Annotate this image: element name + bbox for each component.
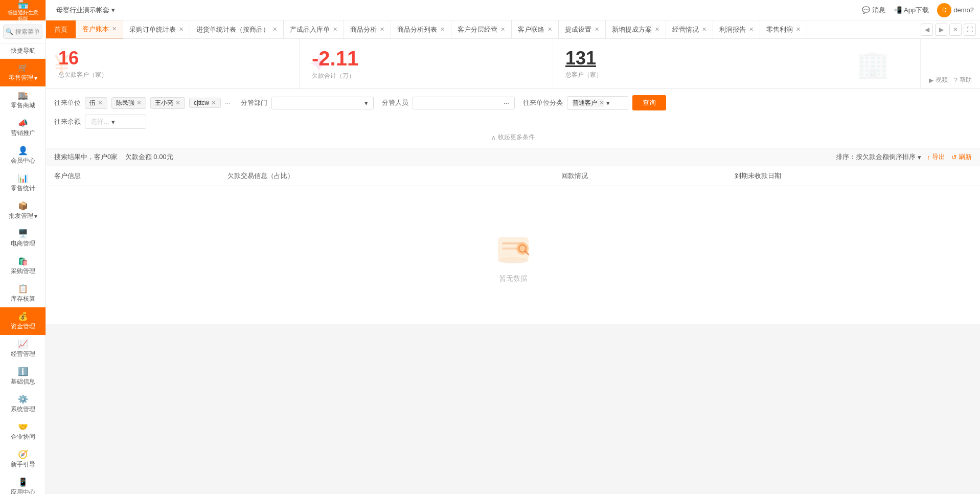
video-help-video[interactable]: ▶ 视频 — [929, 76, 948, 84]
logo-icon: 🏪 — [17, 0, 29, 10]
close-tab-1[interactable]: ✕ — [179, 26, 184, 33]
sidebar-item-guide[interactable]: 🧭 新手引导 — [0, 445, 45, 473]
close-tab-10[interactable]: ✕ — [702, 26, 706, 33]
close-tab-7[interactable]: ✕ — [548, 26, 552, 33]
sidebar-item-member[interactable]: 👤 会员中心 — [0, 142, 45, 169]
nav-tabs: 首页 客户账本 ✕ 采购订单统计表 ✕ 进货单统计表（按商品） ✕ 产成品入库单… — [46, 20, 980, 39]
close-tab-4[interactable]: ✕ — [380, 26, 384, 33]
query-button[interactable]: 查询 — [632, 95, 666, 110]
close-tab-6[interactable]: ✕ — [500, 26, 505, 33]
wholesale-icon: 📦 — [18, 201, 28, 211]
tab-customer-ledger[interactable]: 客户账本 ✕ — [76, 20, 123, 39]
sidebar-item-app-center[interactable]: 📱 应用中心 — [0, 473, 45, 494]
tab-product-analysis[interactable]: 商品分析 ✕ — [344, 20, 391, 39]
sidebar-item-operations[interactable]: 📈 经营管理 — [0, 335, 45, 363]
stat3-value: 131 — [565, 48, 596, 69]
next-tab-button[interactable]: ▶ — [935, 24, 947, 36]
col-overdue-date: 到期未收款日期 — [726, 166, 980, 186]
tab-profit-report[interactable]: 利润报告 ✕ — [713, 20, 760, 39]
purchase-icon: 🛍️ — [18, 256, 28, 266]
close-tab-9[interactable]: ✕ — [655, 26, 659, 33]
close-tab-12[interactable]: ✕ — [796, 26, 801, 33]
sidebar-item-system[interactable]: ⚙️ 系统管理 — [0, 390, 45, 418]
tab-commission-settings[interactable]: 提成设置 ✕ — [559, 20, 606, 39]
tab-operations[interactable]: 经营情况 ✕ — [666, 20, 713, 39]
remove-tag-3[interactable]: ✕ — [175, 99, 180, 106]
sidebar-item-capital[interactable]: 💰 资金管理 — [0, 307, 45, 335]
unit-type-label: 往来单位分类 — [523, 98, 563, 107]
close-tab-2[interactable]: ✕ — [272, 26, 277, 33]
sidebar-item-retail-mgmt[interactable]: 🛒 零售管理 ▾ — [0, 59, 45, 86]
tab-retail-profit[interactable]: 零售利润 ✕ — [760, 20, 807, 39]
tab-product-entry[interactable]: 产成品入库单 ✕ — [284, 20, 344, 39]
balance-label: 往来余额 — [54, 117, 81, 126]
fullscreen-button[interactable]: ⛶ — [964, 24, 976, 36]
tab-customer-tier[interactable]: 客户分层经营 ✕ — [451, 20, 512, 39]
chevron-down-icon-balance: ▾ — [111, 118, 115, 126]
inventory-icon: 📋 — [18, 284, 28, 294]
tab-purchase-stats-by-product[interactable]: 进货单统计表（按商品） ✕ — [190, 20, 284, 39]
remove-unit-type[interactable]: ✕ — [599, 99, 604, 106]
refresh-icon: ↺ — [951, 153, 957, 161]
prev-tab-button[interactable]: ◀ — [921, 24, 933, 36]
tab-purchase-order-stats[interactable]: 采购订单统计表 ✕ — [123, 20, 190, 39]
person-label: 分管人员 — [382, 98, 408, 107]
col-repayment: 回款情况 — [553, 166, 726, 186]
col-customer-info: 客户信息 — [46, 166, 219, 186]
sort-selector[interactable]: 排序：按欠款金额倒序排序 ▾ — [836, 152, 921, 162]
collapse-button[interactable]: ∧ 收起更多条件 — [54, 133, 972, 142]
retail-icon: 🛒 — [18, 63, 28, 73]
tab-home[interactable]: 首页 — [46, 20, 76, 39]
app-download-button[interactable]: 📲 App下载 — [894, 6, 929, 15]
top-bar: 母婴行业演示帐套 ▾ 💬 消息 📲 App下载 D demo2 — [0, 0, 980, 20]
sidebar-item-wholesale[interactable]: 📦 批发管理 ▾ — [0, 197, 45, 224]
empty-text: 暂无数据 — [499, 274, 528, 283]
remove-tag-2[interactable]: ✕ — [136, 99, 142, 106]
unit-type-select[interactable]: 普通客户 ✕ ▾ — [567, 96, 628, 110]
tab-new-commission-plan[interactable]: 新增提成方案 ✕ — [606, 20, 666, 39]
filter-tag-2: 陈民强 ✕ — [111, 97, 146, 109]
sidebar-search-area: 🔍 搜索菜单 — [0, 20, 45, 43]
close-all-tabs-button[interactable]: ✕ — [949, 24, 962, 36]
member-icon: 👤 — [18, 146, 28, 155]
sidebar-item-purchase[interactable]: 🛍️ 采购管理 — [0, 252, 45, 280]
close-tab-3[interactable]: ✕ — [333, 26, 337, 33]
tab-product-analysis-list[interactable]: 商品分析列表 ✕ — [391, 20, 451, 39]
marketing-icon: 📣 — [18, 118, 28, 128]
stat-total-debt: ✦ -2.11 欠款合计（万） — [300, 39, 553, 88]
dept-select[interactable]: ▾ — [271, 97, 374, 109]
search-menu-button[interactable]: 🔍 搜索菜单 — [3, 25, 42, 39]
remove-tag-4[interactable]: ✕ — [211, 99, 216, 106]
filter-row-2: 往来余额 选择... ▾ — [54, 115, 972, 129]
tab-customer-contact[interactable]: 客户联络 ✕ — [512, 20, 559, 39]
sidebar-item-enterprise[interactable]: 🤝 企业协同 — [0, 418, 45, 445]
person-select[interactable]: ··· — [413, 97, 515, 109]
sidebar-item-basic-info[interactable]: ℹ️ 基础信息 — [0, 363, 45, 390]
sidebar-item-ecommerce[interactable]: 🖥️ 电商管理 — [0, 224, 45, 252]
sidebar-item-retail-stats[interactable]: 📊 零售统计 — [0, 169, 45, 197]
sort-label: 排序：按欠款金额倒序排序 — [836, 152, 916, 162]
sidebar-item-inventory[interactable]: 📋 库存核算 — [0, 280, 45, 307]
search-result-bar: 搜索结果中，客户0家 欠款金额 0.00元 排序：按欠款金额倒序排序 ▾ ↑ 导… — [46, 148, 980, 166]
unit-label: 往来单位 — [54, 98, 81, 107]
close-tab-11[interactable]: ✕ — [749, 26, 754, 33]
remove-tag-1[interactable]: ✕ — [98, 99, 103, 106]
refresh-button[interactable]: ↺ 刷新 — [951, 152, 972, 162]
video-help-area: ▶ 视频 ? 帮助 — [921, 39, 980, 88]
filter-tag-1: 伍 ✕ — [85, 97, 107, 109]
video-help-help[interactable]: ? 帮助 — [954, 76, 972, 84]
close-tab-8[interactable]: ✕ — [595, 26, 599, 33]
sidebar-item-marketing[interactable]: 📣 营销推广 — [0, 114, 45, 142]
close-tab-0[interactable]: ✕ — [112, 26, 117, 32]
balance-select[interactable]: 选择... ▾ — [85, 115, 146, 129]
user-menu[interactable]: D demo2 — [937, 3, 974, 17]
enterprise-icon: 🤝 — [18, 422, 28, 432]
more-tags-button[interactable]: ··· — [225, 99, 231, 107]
search-icon: 🔍 — [6, 28, 13, 35]
close-tab-5[interactable]: ✕ — [440, 26, 445, 33]
message-button[interactable]: 💬 消息 — [862, 6, 885, 15]
sidebar-item-quick-nav[interactable]: 快捷导航 — [0, 43, 45, 59]
sidebar-item-retail-mall[interactable]: 🏬 零售商城 — [0, 86, 45, 114]
store-selector[interactable]: 母婴行业演示帐套 ▾ — [56, 6, 115, 15]
export-button[interactable]: ↑ 导出 — [927, 152, 946, 162]
